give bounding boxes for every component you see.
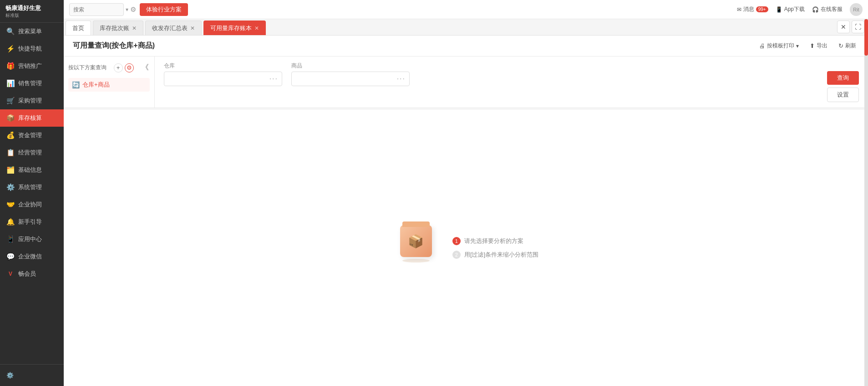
refresh-button[interactable]: ↻ 刷新	[836, 40, 859, 51]
sidebar-item-shortcut[interactable]: ⚡ 快捷导航	[0, 40, 64, 57]
collapse-panel-button[interactable]: 《	[141, 62, 150, 73]
box-face-icon: 📦	[408, 234, 424, 249]
scheme-item-warehouse-product[interactable]: 🔄 仓库+商品	[68, 78, 150, 92]
tab-home[interactable]: 首页	[66, 21, 91, 35]
message-badge: 99+	[756, 6, 768, 12]
sidebar-item-purchase[interactable]: 🛒 采购管理	[0, 92, 64, 109]
page-header: 可用量查询(按仓库+商品) 🖨 按模板打印 ▾ ⬆ 导出 ↻ 刷新	[64, 36, 868, 57]
online-service-label: 在线客服	[821, 5, 843, 13]
lightning-icon: ⚡	[6, 45, 15, 53]
topbar-search-input[interactable]	[69, 3, 124, 16]
warehouse-input[interactable]: ···	[164, 72, 282, 86]
expand-button[interactable]: ⛶	[852, 21, 864, 33]
close-all-tabs-button[interactable]: ✕	[837, 21, 850, 33]
export-label: 导出	[817, 42, 827, 50]
chevron-down-icon[interactable]: ▾	[126, 6, 128, 13]
empty-hint-step1: 1 请先选择要分析的方案	[452, 237, 538, 245]
sidebar-item-marketing[interactable]: 🎁 营销推广	[0, 57, 64, 75]
sidebar-item-label: 系统管理	[18, 183, 42, 191]
messages-label: 消息	[743, 5, 754, 13]
printer-icon: 🖨	[759, 42, 765, 49]
sidebar-item-enterprise-wechat[interactable]: 💬 企业微信	[0, 248, 64, 265]
sidebar-item-label: 新手引导	[18, 218, 42, 226]
sidebar-item-label: 销售管理	[18, 79, 42, 87]
tab-receipt-summary[interactable]: 收发存汇总表 ✕	[145, 21, 202, 35]
app-download-label: App下载	[784, 5, 805, 13]
online-service-button[interactable]: 🎧 在线客服	[812, 5, 843, 13]
messages-button[interactable]: ✉ 消息 99+	[737, 5, 768, 13]
empty-state: 📦 1 请先选择要分析的方案 2 用[过滤]条件来缩小分析范围	[64, 110, 868, 386]
export-icon: ⬆	[810, 42, 815, 49]
sidebar-item-operations[interactable]: 📋 经营管理	[0, 144, 64, 161]
vip-icon: V	[6, 271, 15, 277]
sidebar-item-inventory[interactable]: 📦 库存核算	[0, 109, 64, 127]
gear-icon: ⚙️	[6, 183, 15, 191]
query-filter-area: 仓库 ··· 商品 ··· 查询 设置	[155, 57, 868, 108]
sidebar-brand: 畅康通好生意	[5, 5, 58, 12]
user-avatar[interactable]: Rit	[850, 3, 863, 16]
tab-batch-ledger[interactable]: 库存批次账 ✕	[93, 21, 143, 35]
query-area: 按以下方案查询 + ⚙ 《 🔄 仓库+商品 仓库	[64, 57, 868, 108]
gift-icon: 🎁	[6, 62, 15, 70]
sidebar-item-label: 企业微信	[18, 252, 42, 261]
export-button[interactable]: ⬆ 导出	[807, 40, 830, 51]
scrollbar-thumb[interactable]	[864, 19, 868, 56]
query-action-buttons: 查询 设置	[827, 62, 859, 102]
sidebar-item-label: 应用中心	[18, 235, 42, 243]
product-input[interactable]: ···	[291, 72, 410, 86]
tab-available-ledger-label: 可用量库存账本	[210, 24, 252, 32]
box-icon: 📦	[6, 114, 15, 122]
user-name-label: Rit	[853, 7, 859, 12]
empty-hint-step2: 2 用[过滤]条件来缩小分析范围	[452, 251, 538, 259]
sidebar-item-finance[interactable]: 💰 资金管理	[0, 127, 64, 144]
sidebar-item-enterprise[interactable]: 🤝 企业协同	[0, 196, 64, 213]
step1-text: 请先选择要分析的方案	[464, 237, 523, 245]
mobile-icon: 📱	[6, 235, 15, 243]
app-download-button[interactable]: 📱 App下载	[776, 5, 805, 13]
sidebar-item-new-guide[interactable]: 🔔 新手引导	[0, 213, 64, 231]
expand-icon: ⛶	[855, 23, 861, 31]
topbar-search-area: ▾ ⚙	[69, 3, 136, 16]
sidebar-item-basic-info[interactable]: 🗂️ 基础信息	[0, 161, 64, 179]
sidebar-item-label: 搜索菜单	[18, 27, 42, 36]
warehouse-more-icon[interactable]: ···	[269, 75, 278, 83]
tab-receipt-summary-close[interactable]: ✕	[190, 25, 195, 31]
sidebar-item-label: 经营管理	[18, 149, 42, 157]
sidebar-item-app-center[interactable]: 📱 应用中心	[0, 231, 64, 248]
tab-batch-ledger-close[interactable]: ✕	[132, 25, 137, 31]
warehouse-label: 仓库	[164, 62, 282, 70]
empty-shadow	[402, 259, 430, 262]
empty-illustration: 📦	[393, 225, 439, 271]
sidebar-item-sales[interactable]: 📊 销售管理	[0, 75, 64, 92]
add-scheme-button[interactable]: +	[114, 63, 123, 72]
tab-available-ledger[interactable]: 可用量库存账本 ✕	[203, 21, 266, 35]
topbar-gear-icon[interactable]: ⚙	[130, 5, 136, 14]
empty-content: 📦 1 请先选择要分析的方案 2 用[过滤]条件来缩小分析范围	[393, 225, 538, 271]
scheme-settings-button[interactable]: ⚙	[125, 63, 134, 72]
step1-number: 1	[452, 237, 461, 245]
right-scrollbar[interactable]	[864, 19, 868, 386]
sidebar-bottom: ⚙️	[0, 364, 64, 386]
sidebar-item-search[interactable]: 🔍 搜索菜单	[0, 23, 64, 40]
sidebar: 畅康通好生意 标准版 🔍 搜索菜单 ⚡ 快捷导航 🎁 营销推广 📊 销售管理 🛒…	[0, 0, 64, 386]
query-settings-button[interactable]: 设置	[827, 87, 859, 102]
print-button[interactable]: 🖨 按模板打印 ▾	[756, 40, 802, 51]
sidebar-bottom-settings[interactable]: ⚙️	[0, 368, 64, 382]
sidebar-item-label: 采购管理	[18, 97, 42, 105]
sidebar-item-vip[interactable]: V 畅会员	[0, 265, 64, 283]
trial-industry-button[interactable]: 体验行业方案	[140, 3, 188, 16]
chat-icon: 💬	[6, 252, 15, 261]
print-label: 按模板打印	[767, 42, 794, 50]
money-icon: 💰	[6, 131, 15, 139]
sidebar-item-label: 基础信息	[18, 166, 42, 174]
product-field: 商品 ···	[291, 62, 410, 86]
refresh-label: 刷新	[845, 42, 856, 50]
sidebar-item-system[interactable]: ⚙️ 系统管理	[0, 179, 64, 196]
sidebar-scroll: 🔍 搜索菜单 ⚡ 快捷导航 🎁 营销推广 📊 销售管理 🛒 采购管理 📦 库存核…	[0, 23, 64, 364]
product-more-icon[interactable]: ···	[397, 75, 406, 83]
tabbar: 首页 库存批次账 ✕ 收发存汇总表 ✕ 可用量库存账本 ✕ ✕ ⛶	[64, 19, 868, 36]
tab-available-ledger-close[interactable]: ✕	[254, 25, 259, 31]
page-content: 可用量查询(按仓库+商品) 🖨 按模板打印 ▾ ⬆ 导出 ↻ 刷新	[64, 36, 868, 386]
tab-batch-ledger-label: 库存批次账	[100, 24, 129, 32]
search-button[interactable]: 查询	[827, 71, 859, 85]
